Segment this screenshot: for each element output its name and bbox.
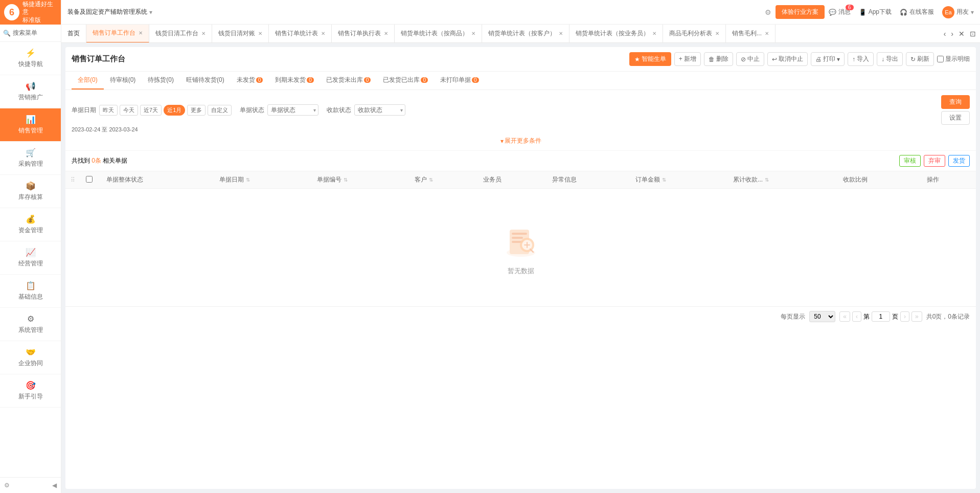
message-icon-item[interactable]: 💬 消息 6 xyxy=(829,8,851,16)
tab-sales-workbench[interactable]: 销售订单工作台 ✕ xyxy=(86,25,149,43)
tab-cash-reconcile[interactable]: 钱货日清对账 ✕ xyxy=(212,25,269,43)
tab-close-cash-reconcile[interactable]: ✕ xyxy=(258,31,262,36)
sidebar-item-enterprise[interactable]: 🤝 企业协同 xyxy=(0,341,61,374)
basic-info-icon: 📋 xyxy=(26,281,36,290)
checkbox-col-header[interactable] xyxy=(81,171,101,189)
first-page-button[interactable]: « xyxy=(839,311,850,322)
sub-tab-pending-review[interactable]: 待审核(0) xyxy=(104,72,142,89)
last-page-button[interactable]: » xyxy=(911,311,922,322)
collapse-icon[interactable]: ◀ xyxy=(52,482,57,489)
sidebar-item-system[interactable]: ⚙ 系统管理 xyxy=(0,308,61,341)
page-label-text: 第 xyxy=(863,312,870,321)
tabs-close-all[interactable]: ✕ xyxy=(956,29,967,39)
tabs-expand[interactable]: ⊡ xyxy=(968,29,978,39)
tab-sales-sum-customer[interactable]: 销货单统计表（按客户） ✕ xyxy=(482,25,569,43)
sidebar-item-sales[interactable]: 📊 销售管理 xyxy=(0,108,61,142)
select-all-checkbox[interactable] xyxy=(86,176,93,183)
date-btn-more[interactable]: 更多 xyxy=(187,105,206,116)
tab-close-sales-exec[interactable]: ✕ xyxy=(384,31,388,36)
date-btn-custom[interactable]: 自定义 xyxy=(208,105,232,116)
tab-sales-sum-staff[interactable]: 销货单统计表（按业务员） ✕ xyxy=(569,25,663,43)
app-download-item[interactable]: 📱 App下载 xyxy=(859,8,892,16)
audit-button[interactable]: 审核 xyxy=(899,155,921,167)
result-count: 共找到 0条 相关单据 xyxy=(72,156,127,165)
tab-home[interactable]: 首页 xyxy=(61,25,86,43)
sub-tab-all[interactable]: 全部(0) xyxy=(72,72,104,89)
sidebar-item-operation[interactable]: 📈 经营管理 xyxy=(0,241,61,275)
sub-tab-not-shipped[interactable]: 未发货0 xyxy=(231,72,269,89)
date-col-header[interactable]: 单据日期 ⇅ xyxy=(214,171,312,189)
set-button[interactable]: 设置 xyxy=(941,111,970,125)
date-btn-1month[interactable]: 近1月 xyxy=(164,105,185,116)
sub-tab-overdue[interactable]: 到期未发货0 xyxy=(269,72,320,89)
tabs-nav-prev[interactable]: ‹ xyxy=(942,29,948,39)
suspend-button[interactable]: ⊘ 中止 xyxy=(736,52,764,66)
settings-gear-icon[interactable]: ⚙ xyxy=(765,8,771,16)
payment-select[interactable]: 收款状态 xyxy=(354,104,405,116)
tab-gross-margin[interactable]: 商品毛利分析表 ✕ xyxy=(663,25,726,43)
expand-filter-row: ▾ 展开更多条件 xyxy=(72,137,970,145)
tab-close-sales-more[interactable]: ✕ xyxy=(765,31,769,36)
user-menu[interactable]: Ea 用友 ▾ xyxy=(942,6,974,18)
sub-tab-shipped-out[interactable]: 已发货已出库0 xyxy=(377,72,434,89)
next-page-button[interactable]: › xyxy=(900,311,909,322)
amount-col-header[interactable]: 订单金额 ⇅ xyxy=(630,171,728,189)
customer-col-header[interactable]: 客户 ⇅ xyxy=(409,171,477,189)
sidebar-search[interactable]: 🔍 搜索菜单 xyxy=(0,25,61,42)
date-btn-today[interactable]: 今天 xyxy=(120,105,138,116)
tab-sales-stat[interactable]: 销售订单统计表 ✕ xyxy=(269,25,332,43)
query-button[interactable]: 查询 xyxy=(941,95,970,109)
online-service-item[interactable]: 🎧 在线客服 xyxy=(900,8,934,16)
delete-button[interactable]: 🗑 删除 xyxy=(704,52,733,66)
collected-col-header[interactable]: 累计收款... ⇅ xyxy=(728,171,838,189)
tab-close-cash-daily[interactable]: ✕ xyxy=(201,31,206,36)
tab-close-sales-sum-customer[interactable]: ✕ xyxy=(559,31,563,36)
cancel-audit-button[interactable]: 弃审 xyxy=(924,155,945,167)
tab-close-sales-workbench[interactable]: ✕ xyxy=(139,30,143,36)
tab-close-sales-sum-staff[interactable]: ✕ xyxy=(652,31,656,36)
prev-page-button[interactable]: ‹ xyxy=(852,311,861,322)
show-detail-input[interactable] xyxy=(937,56,944,62)
smart-generate-button[interactable]: ★ 智能生单 xyxy=(629,52,671,66)
add-button[interactable]: + 新增 xyxy=(674,52,701,66)
cancel-suspend-button[interactable]: ↩ 取消中止 xyxy=(767,52,808,66)
date-btn-yesterday[interactable]: 昨天 xyxy=(99,105,118,116)
sub-tab-wangpu[interactable]: 旺铺待发货(0) xyxy=(180,72,231,89)
settings-icon[interactable]: ⚙ xyxy=(4,482,10,489)
number-col-header[interactable]: 单据编号 ⇅ xyxy=(312,171,409,189)
sidebar-item-finance[interactable]: 💰 资金管理 xyxy=(0,208,61,241)
page-total: 共0页，0条记录 xyxy=(926,312,970,321)
expand-filter-button[interactable]: ▾ 展开更多条件 xyxy=(500,137,541,145)
dropdown-icon[interactable]: ▾ xyxy=(149,9,152,16)
date-btn-7days[interactable]: 近7天 xyxy=(140,105,162,116)
show-detail-checkbox[interactable]: 显示明细 xyxy=(937,55,970,63)
sidebar-item-marketing[interactable]: 📢 营销推广 xyxy=(0,75,61,108)
tab-sales-sum-product[interactable]: 销货单统计表（按商品） ✕ xyxy=(395,25,482,43)
tabs-nav-next[interactable]: › xyxy=(949,29,955,39)
sidebar-item-quick-nav[interactable]: ⚡ 快捷导航 xyxy=(0,42,61,75)
sidebar-item-basic-info[interactable]: 📋 基础信息 xyxy=(0,275,61,308)
sidebar-item-inventory[interactable]: 📦 库存核算 xyxy=(0,175,61,208)
tab-sales-more[interactable]: 销售毛利... ✕ xyxy=(726,25,776,43)
tab-close-sales-stat[interactable]: ✕ xyxy=(321,31,325,36)
tab-close-gross-margin[interactable]: ✕ xyxy=(715,31,719,36)
print-button[interactable]: 🖨 打印 ▾ xyxy=(811,52,845,66)
sidebar: 6 畅捷通好生意 标准版 🔍 搜索菜单 ⚡ 快捷导航 📢 营销推广 📊 销售管理… xyxy=(0,0,61,493)
import-button[interactable]: ↑ 导入 xyxy=(848,52,874,66)
industry-solution-button[interactable]: 体验行业方案 xyxy=(776,5,825,19)
tab-close-sales-sum-product[interactable]: ✕ xyxy=(471,31,475,36)
sidebar-item-guide[interactable]: 🎯 新手引导 xyxy=(0,374,61,408)
status-select[interactable]: 单据状态 xyxy=(267,104,318,116)
ship-button[interactable]: 发货 xyxy=(948,155,970,167)
export-button[interactable]: ↓ 导出 xyxy=(877,52,903,66)
refresh-button[interactable]: ↻ 刷新 xyxy=(906,52,934,66)
sidebar-item-purchase[interactable]: 🛒 采购管理 xyxy=(0,142,61,175)
page-size-select[interactable]: 10 20 50 100 xyxy=(809,311,835,322)
amount-sort-icon: ⇅ xyxy=(662,177,666,183)
sub-tab-not-printed[interactable]: 未打印单据0 xyxy=(434,72,485,89)
tab-sales-exec[interactable]: 销售订单执行表 ✕ xyxy=(332,25,395,43)
tab-cash-daily[interactable]: 钱货日清工作台 ✕ xyxy=(149,25,212,43)
sub-tab-shipped-not-out[interactable]: 已发货未出库0 xyxy=(320,72,377,89)
page-number-input[interactable] xyxy=(872,311,890,322)
sub-tab-pending-inspect[interactable]: 待拣货(0) xyxy=(142,72,180,89)
